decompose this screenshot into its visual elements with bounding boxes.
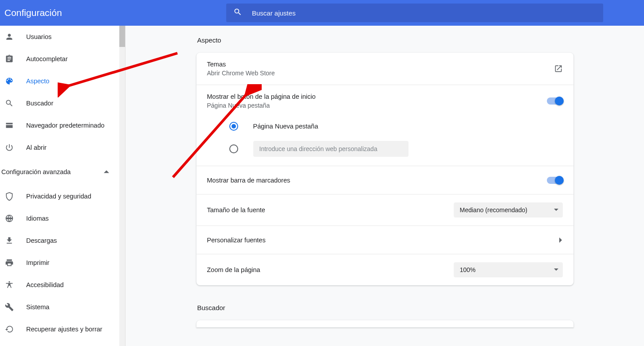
chevron-up-icon xyxy=(104,169,109,175)
row-page-zoom: Zoom de la página 100% xyxy=(196,254,573,285)
sidebar-item-reset[interactable]: Recuperar ajustes y borrar xyxy=(0,318,120,340)
row-themes[interactable]: Temas Abrir Chrome Web Store xyxy=(196,53,573,85)
sidebar-item-languages[interactable]: Idiomas xyxy=(0,207,120,229)
sidebar-item-autofill[interactable]: Autocompletar xyxy=(0,48,120,70)
open-external-icon[interactable] xyxy=(554,64,563,73)
page-zoom-select[interactable]: 100% xyxy=(454,262,563,277)
sidebar-item-label: Al abrir xyxy=(26,144,47,151)
sidebar-item-label: Usuarios xyxy=(26,33,51,40)
app-header: Configuración xyxy=(0,0,644,26)
sidebar-advanced-toggle[interactable]: Configuración avanzada xyxy=(0,159,120,185)
sidebar-item-appearance[interactable]: Aspecto xyxy=(0,70,120,92)
custom-url-input[interactable] xyxy=(253,141,408,157)
page-zoom-value: 100% xyxy=(460,266,554,273)
custom-fonts-label: Personalizar fuentes xyxy=(207,237,558,244)
sidebar-item-label: Aspecto xyxy=(26,78,49,85)
sidebar-item-search[interactable]: Buscador xyxy=(0,92,120,114)
row-bookmarks-bar: Mostrar barra de marcadores xyxy=(196,166,573,194)
sidebar-item-label: Buscador xyxy=(26,100,53,107)
page-zoom-label: Zoom de la página xyxy=(207,266,454,273)
clipboard-icon xyxy=(4,54,15,64)
sidebar: Usuarios Autocompletar Aspecto Buscador … xyxy=(0,26,126,346)
row-home-button: Mostrar el botón de la página de inicio … xyxy=(196,85,573,166)
radio-icon xyxy=(229,144,238,153)
radio-new-tab-label: Página Nueva pestaña xyxy=(253,123,318,130)
sidebar-item-label: Accesibilidad xyxy=(26,281,64,288)
sidebar-item-accessibility[interactable]: Accesibilidad xyxy=(0,274,120,296)
font-size-label: Tamaño de la fuente xyxy=(207,206,454,214)
chevron-right-icon xyxy=(558,237,563,243)
themes-subtitle: Abrir Chrome Web Store xyxy=(207,70,554,77)
themes-title: Temas xyxy=(207,61,554,68)
radio-new-tab[interactable]: Página Nueva pestaña xyxy=(196,115,573,137)
sidebar-item-default-browser[interactable]: Navegador predeterminado xyxy=(0,114,120,136)
power-icon xyxy=(4,142,15,153)
sidebar-item-label: Autocompletar xyxy=(26,55,68,62)
radio-icon xyxy=(229,122,238,131)
search-icon xyxy=(4,98,15,109)
sidebar-scrollbar[interactable] xyxy=(119,26,125,346)
bookmarks-bar-toggle[interactable] xyxy=(547,177,563,184)
page-title: Configuración xyxy=(0,8,62,18)
sidebar-item-print[interactable]: Imprimir xyxy=(0,252,120,274)
download-icon xyxy=(4,235,15,246)
accessibility-icon xyxy=(4,280,15,290)
bookmarks-bar-label: Mostrar barra de marcadores xyxy=(207,177,547,184)
sidebar-item-label: Recuperar ajustes y borrar xyxy=(26,326,102,333)
person-icon xyxy=(4,31,15,42)
sidebar-item-on-startup[interactable]: Al abrir xyxy=(0,136,120,159)
search-input[interactable] xyxy=(252,9,596,17)
section-appearance: Aspecto Temas Abrir Chrome Web Store Mos… xyxy=(196,36,573,346)
sidebar-item-label: Idiomas xyxy=(26,215,49,222)
browser-icon xyxy=(4,120,15,131)
sidebar-item-label: Privacidad y seguridad xyxy=(26,193,91,200)
section-title-search: Buscador xyxy=(196,304,573,311)
home-button-subtitle: Página Nueva pestaña xyxy=(207,102,547,109)
font-size-value: Mediano (recomendado) xyxy=(460,206,554,214)
search-card xyxy=(196,320,573,327)
restore-icon xyxy=(4,324,15,334)
row-custom-fonts[interactable]: Personalizar fuentes xyxy=(196,226,573,254)
search-icon xyxy=(233,8,252,18)
wrench-icon xyxy=(4,302,15,312)
search-box[interactable] xyxy=(226,4,603,22)
sidebar-item-label: Imprimir xyxy=(26,259,49,266)
row-font-size: Tamaño de la fuente Mediano (recomendado… xyxy=(196,194,573,226)
main-content: Aspecto Temas Abrir Chrome Web Store Mos… xyxy=(126,26,644,346)
home-button-title: Mostrar el botón de la página de inicio xyxy=(207,93,547,100)
sidebar-item-downloads[interactable]: Descargas xyxy=(0,229,120,252)
sidebar-item-label: Navegador predeterminado xyxy=(26,122,105,129)
sidebar-item-privacy[interactable]: Privacidad y seguridad xyxy=(0,185,120,207)
shield-icon xyxy=(4,191,15,202)
sidebar-item-users[interactable]: Usuarios xyxy=(0,26,120,48)
chevron-down-icon xyxy=(554,268,558,272)
sidebar-item-system[interactable]: Sistema xyxy=(0,296,120,318)
section-title: Aspecto xyxy=(196,36,573,44)
palette-icon xyxy=(4,76,15,86)
radio-custom-url[interactable] xyxy=(196,137,573,160)
sidebar-item-label: Sistema xyxy=(26,303,49,311)
home-button-toggle[interactable] xyxy=(547,97,563,105)
sidebar-item-label: Descargas xyxy=(26,237,57,244)
print-icon xyxy=(4,257,15,268)
font-size-select[interactable]: Mediano (recomendado) xyxy=(454,202,563,218)
advanced-label: Configuración avanzada xyxy=(1,168,71,175)
appearance-card: Temas Abrir Chrome Web Store Mostrar el … xyxy=(196,53,573,285)
globe-icon xyxy=(4,213,15,224)
chevron-down-icon xyxy=(554,208,558,212)
